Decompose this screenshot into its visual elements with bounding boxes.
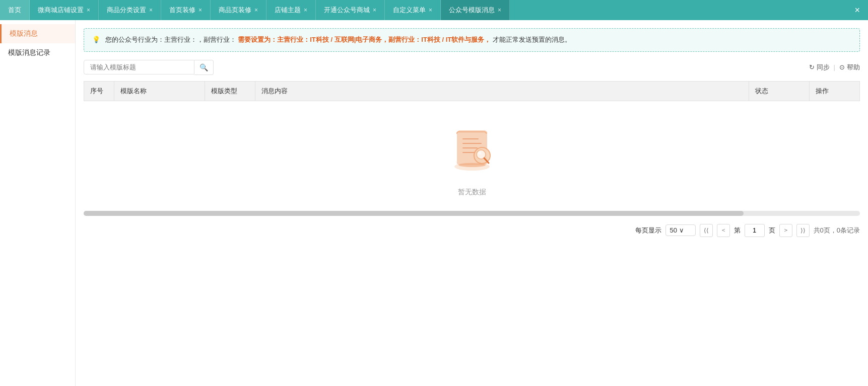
per-page-value: 50 — [670, 226, 677, 234]
main-layout: 模版消息 模版消息记录 💡 您的公众号行业为：主营行业：，副营行业： 需要设置为… — [0, 20, 868, 386]
last-page-button[interactable]: ⟩⟩ — [796, 224, 810, 237]
pagination: 每页显示 50 ∨ ⟨⟨ ＜ 第 页 ＞ ⟩⟩ 共0页，0条记录 — [84, 220, 860, 241]
alert-box: 💡 您的公众号行业为：主营行业：，副营行业： 需要设置为：主营行业：IT科技 /… — [84, 28, 860, 52]
nav-close-store-settings[interactable]: × — [87, 7, 90, 14]
nav-item-home[interactable]: 首页 — [0, 0, 30, 20]
col-index: 序号 — [84, 81, 114, 101]
col-status: 状态 — [749, 81, 810, 101]
nav-item-theme[interactable]: 店铺主题 × — [266, 0, 316, 20]
empty-illustration — [442, 121, 502, 182]
nav-item-product-decor[interactable]: 商品页装修 × — [211, 0, 266, 20]
nav-close-all-button[interactable]: × — [846, 0, 868, 20]
nav-label-home-decor: 首页装修 — [169, 6, 195, 15]
search-button[interactable]: 🔍 — [194, 60, 214, 75]
nav-label-category: 商品分类设置 — [107, 6, 146, 15]
top-nav: 首页 微商城店铺设置 × 商品分类设置 × 首页装修 × 商品页装修 × 店铺主… — [0, 0, 868, 20]
sync-button[interactable]: ↻ 同步 — [809, 63, 830, 72]
nav-close-template-msg[interactable]: × — [498, 7, 501, 14]
alert-icon: 💡 — [92, 36, 100, 43]
per-page-select[interactable]: 50 ∨ — [665, 224, 696, 236]
col-name: 模版名称 — [114, 81, 205, 101]
search-bar: 🔍 ↻ 同步 | ⊙ 帮助 — [84, 60, 860, 75]
empty-text: 暂无数据 — [458, 188, 486, 197]
search-input[interactable] — [84, 60, 194, 74]
nav-close-mall[interactable]: × — [373, 7, 376, 14]
help-icon: ⊙ — [839, 63, 845, 71]
page-suffix-label: 页 — [769, 226, 775, 235]
nav-close-home-decor[interactable]: × — [198, 7, 202, 14]
nav-close-theme[interactable]: × — [304, 7, 307, 14]
col-action: 操作 — [810, 81, 860, 101]
alert-highlight: 需要设置为：主营行业：IT科技 / 互联网|电子商务，副营行业：IT科技 / I… — [238, 36, 491, 43]
nav-item-menu[interactable]: 自定义菜单 × — [385, 0, 441, 20]
nav-close-product-decor[interactable]: × — [254, 7, 258, 14]
first-page-button[interactable]: ⟨⟨ — [700, 224, 713, 237]
content-area: 💡 您的公众号行业为：主营行业：，副营行业： 需要设置为：主营行业：IT科技 /… — [76, 20, 868, 386]
empty-state: 暂无数据 — [84, 101, 860, 207]
nav-label-home: 首页 — [8, 6, 21, 15]
nav-item-template-msg[interactable]: 公众号模版消息 × — [441, 0, 510, 20]
sync-icon: ↻ — [809, 63, 815, 71]
sync-label: 同步 — [817, 63, 830, 72]
total-info: 共0页，0条记录 — [814, 226, 860, 235]
sidebar: 模版消息 模版消息记录 — [0, 20, 76, 386]
nav-label-theme: 店铺主题 — [275, 6, 301, 15]
svg-point-9 — [478, 151, 481, 155]
prev-page-button[interactable]: ＜ — [717, 224, 730, 237]
per-page-dropdown-icon: ∨ — [679, 226, 684, 234]
nav-label-product-decor: 商品页装修 — [219, 6, 251, 15]
search-right-actions: ↻ 同步 | ⊙ 帮助 — [809, 63, 860, 72]
data-table: 序号 模版名称 模版类型 消息内容 状态 操作 — [84, 81, 860, 207]
horizontal-scrollbar[interactable] — [84, 211, 860, 216]
page-number-input[interactable] — [745, 224, 765, 237]
help-button[interactable]: ⊙ 帮助 — [839, 63, 860, 72]
nav-label-store-settings: 微商城店铺设置 — [38, 6, 84, 15]
sidebar-item-template-msg-records[interactable]: 模版消息记录 — [0, 43, 75, 62]
nav-label-menu: 自定义菜单 — [393, 6, 426, 15]
nav-close-menu[interactable]: × — [429, 7, 432, 14]
search-icon: 🔍 — [199, 63, 208, 71]
page-prefix-label: 第 — [734, 226, 741, 235]
nav-close-category[interactable]: × — [149, 7, 153, 14]
alert-prefix: 您的公众号行业为：主营行业：，副营行业： — [105, 36, 236, 43]
sidebar-item-template-msg[interactable]: 模版消息 — [0, 24, 75, 43]
nav-item-category[interactable]: 商品分类设置 × — [99, 0, 161, 20]
nav-label-template-msg: 公众号模版消息 — [449, 6, 495, 15]
last-page-icon: ⟩⟩ — [800, 227, 806, 234]
sidebar-label-template-msg: 模版消息 — [10, 29, 38, 37]
col-type: 模版类型 — [205, 81, 255, 101]
alert-suffix: 才能正常发送预置的消息。 — [493, 36, 571, 43]
empty-state-row: 暂无数据 — [84, 101, 860, 207]
per-page-label: 每页显示 — [635, 226, 661, 235]
sidebar-label-template-msg-records: 模版消息记录 — [8, 48, 50, 56]
table-header-row: 序号 模版名称 模版类型 消息内容 状态 操作 — [84, 81, 860, 101]
scroll-thumb[interactable] — [84, 211, 744, 216]
nav-item-home-decor[interactable]: 首页装修 × — [161, 0, 211, 20]
col-content: 消息内容 — [255, 81, 749, 101]
next-page-icon: ＞ — [783, 226, 789, 235]
nav-label-mall: 开通公众号商城 — [324, 6, 370, 15]
prev-page-icon: ＜ — [720, 226, 726, 235]
divider: | — [834, 63, 835, 71]
help-label: 帮助 — [847, 63, 860, 72]
first-page-icon: ⟨⟨ — [704, 227, 709, 234]
nav-item-store-settings[interactable]: 微商城店铺设置 × — [30, 0, 99, 20]
nav-item-mall[interactable]: 开通公众号商城 × — [316, 0, 385, 20]
next-page-button[interactable]: ＞ — [779, 224, 792, 237]
